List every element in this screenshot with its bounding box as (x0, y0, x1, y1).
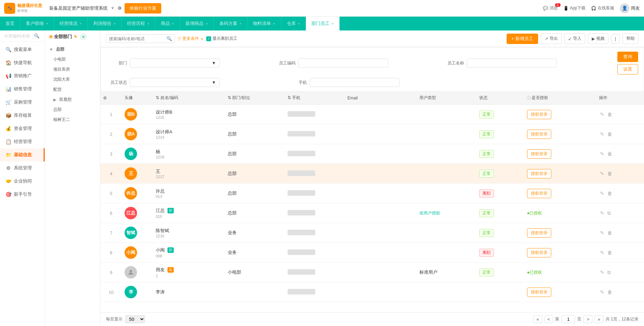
edit-op-btn[interactable]: ✎ (600, 289, 604, 295)
col-settings[interactable]: ⚙ (100, 91, 122, 105)
more-filter-btn[interactable]: ▽ 更多条件 ∧ (178, 36, 203, 42)
delete-op-btn[interactable]: 🗑 (607, 250, 612, 255)
help-text-btn[interactable]: 帮助 (623, 33, 638, 44)
col-phone[interactable]: ⇅ 手机 (285, 91, 345, 105)
search-input[interactable] (109, 36, 165, 41)
dept-node-small-elec[interactable]: 小电部 (45, 54, 100, 64)
copy-op-btn[interactable]: ⧉ (607, 270, 611, 275)
tab-close-icon[interactable]: × (273, 21, 275, 26)
show-resigned-wrap[interactable]: ✓ 显示离职员工 (206, 36, 237, 42)
auth-btn[interactable]: 授权登录 (527, 288, 551, 297)
filter-empcode-input[interactable] (298, 59, 388, 68)
sidebar-item-purchase[interactable]: 🛒 采购管理 (0, 96, 45, 109)
auth-btn[interactable]: 授权登录 (527, 110, 551, 119)
show-resigned-checkbox[interactable]: ✓ (206, 36, 211, 41)
auth-btn[interactable]: 授权登录 (527, 169, 551, 178)
view-btn[interactable]: ▶ 视频 (588, 33, 608, 44)
sidebar-item-search[interactable]: 🔍 搜索菜单 (0, 43, 45, 56)
copy-op-btn[interactable]: ⧉ (607, 210, 611, 216)
import-btn[interactable]: ↙ 导入 (564, 33, 585, 44)
sidebar-item-finance[interactable]: 💰 资金管理 (0, 122, 45, 135)
sidebar-item-guide[interactable]: 🎯 新手引导 (0, 188, 45, 201)
tab-close-icon[interactable]: × (46, 21, 48, 26)
add-employee-btn[interactable]: + 新增员工 (507, 34, 538, 44)
search-btn[interactable]: 查询 (617, 52, 638, 62)
sidebar-item-inventory[interactable]: 📦 库存核算 (0, 109, 45, 122)
sidebar-item-sales[interactable]: 📊 销售管理 (0, 82, 45, 96)
tab-close-icon[interactable]: × (206, 21, 208, 26)
tab-goods[interactable]: 商品 × (155, 17, 180, 30)
col-dept[interactable]: ⇅ 部门/职位 (225, 91, 285, 105)
export-btn[interactable]: ↗ 导出 (541, 33, 562, 44)
prev-page-btn[interactable]: < (544, 315, 553, 323)
collapse-btn[interactable]: « (80, 33, 87, 40)
dept-node-general[interactable]: ▼ 总部 (45, 44, 100, 54)
delete-op-btn[interactable]: 🗑 (607, 112, 612, 117)
edit-op-btn[interactable]: ✎ (600, 270, 604, 275)
system-title-arrow[interactable]: ▼ (110, 6, 115, 11)
app-download-btn[interactable]: 📱 App下载 (563, 5, 586, 11)
col-name[interactable]: ⇅ 姓名/编码 (153, 91, 225, 105)
edit-op-btn[interactable]: ✎ (600, 250, 604, 255)
filter-phone-input[interactable] (310, 78, 400, 87)
dept-tree-header[interactable]: ⊞ 全部部门 ✎ « (45, 30, 100, 43)
dept-node-hq[interactable]: 总部 (45, 105, 100, 115)
filter-status-select[interactable]: ▼ (130, 78, 220, 87)
delete-op-btn[interactable]: 🗑 (607, 289, 612, 295)
edit-op-btn[interactable]: ✎ (600, 131, 604, 137)
auth-btn[interactable]: 授权登录 (527, 189, 551, 198)
tab-close-icon[interactable]: × (114, 21, 116, 26)
tab-dept-employee[interactable]: 部门员工 × (306, 17, 339, 30)
col-auth[interactable]: ⓘ是否授权 (524, 91, 596, 105)
tab-home[interactable]: 首页 (0, 17, 20, 30)
tab-close-icon[interactable]: × (239, 21, 242, 26)
page-number-input[interactable] (561, 315, 575, 323)
sidebar-item-nav[interactable]: 🏠 快捷导航 (0, 56, 45, 69)
sidebar-search-input[interactable] (4, 34, 32, 38)
tab-profit[interactable]: 利润报告 × (88, 17, 121, 30)
dept-node-shuanglu[interactable]: ▶ 双鹿想 (45, 95, 100, 105)
tab-warehouse[interactable]: 仓库 × (281, 17, 306, 30)
edit-op-btn[interactable]: ✎ (600, 210, 604, 216)
delete-op-btn[interactable]: 🗑 (607, 191, 612, 196)
tab-close-icon[interactable]: × (147, 21, 149, 26)
sidebar-item-marketing[interactable]: 📢 营销推广 (0, 69, 45, 82)
tab-barcode[interactable]: 条码方案 × (214, 17, 247, 30)
tab-history[interactable]: 经营历程 × (121, 17, 155, 30)
sidebar-item-basicinfo[interactable]: 📁 基础信息 (0, 148, 45, 161)
edit-icon[interactable]: ✎ (74, 35, 77, 39)
dept-node-shenyang[interactable]: 沈阳大库 (45, 74, 100, 85)
edit-op-btn[interactable]: ✎ (600, 230, 604, 236)
auth-btn[interactable]: 授权登录 (527, 130, 551, 139)
settings-gear-icon[interactable]: ⚙ (118, 6, 122, 11)
filter-empname-input[interactable] (467, 59, 557, 68)
tab-customer[interactable]: 客户联络 × (20, 17, 54, 30)
next-page-btn[interactable]: > (583, 315, 592, 323)
filter-dept-select[interactable]: ▼ (130, 59, 220, 68)
tab-add-goods[interactable]: 新增商品 × (180, 17, 214, 30)
edit-op-btn[interactable]: ✎ (600, 191, 604, 196)
delete-op-btn[interactable]: 🗑 (607, 171, 612, 176)
dept-node-delivery[interactable]: 配货 (45, 85, 100, 95)
per-page-select[interactable]: 50 100 (125, 315, 145, 323)
tab-close-icon[interactable]: × (298, 21, 300, 26)
sidebar-item-business[interactable]: 📋 经营管理 (0, 135, 45, 148)
delete-op-btn[interactable]: 🗑 (607, 151, 612, 157)
dept-node-zhishu[interactable]: 植树王二 (45, 115, 100, 125)
edit-op-btn[interactable]: ✎ (600, 112, 604, 117)
help-btn[interactable]: | (611, 34, 620, 44)
first-page-btn[interactable]: « (533, 315, 542, 323)
col-settings-icon[interactable]: ⚙ (103, 96, 107, 100)
tab-bom[interactable]: 物料清单 × (247, 17, 281, 30)
edit-op-btn[interactable]: ✎ (600, 151, 604, 157)
tab-operations[interactable]: 经营情况 × (54, 17, 88, 30)
message-btn[interactable]: 💬 消息 5 (543, 5, 558, 11)
delete-op-btn[interactable]: 🗑 (607, 131, 612, 137)
dept-node-proj-warehouse[interactable]: 项目库房 (45, 64, 100, 74)
auth-btn[interactable]: 授权登录 (527, 149, 551, 159)
sidebar-item-system[interactable]: ⚙ 系统管理 (0, 161, 45, 175)
last-page-btn[interactable]: » (595, 315, 603, 323)
auth-btn[interactable]: 授权登录 (527, 228, 551, 238)
tab-close-icon[interactable]: × (332, 21, 334, 26)
delete-op-btn[interactable]: 🗑 (607, 230, 612, 236)
